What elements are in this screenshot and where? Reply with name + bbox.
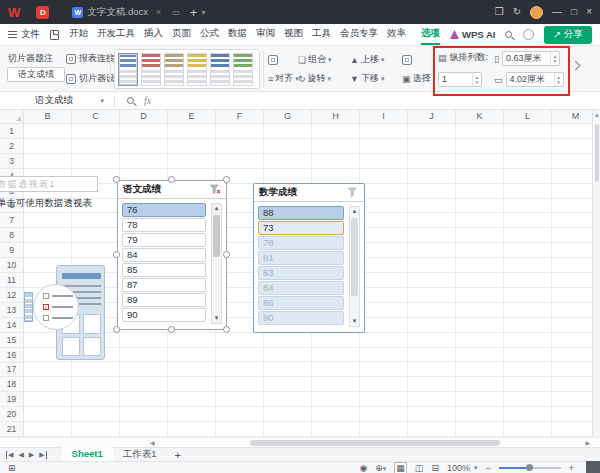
locate-icon[interactable]: ⊕▾ [375,463,386,473]
button-height-stepper[interactable]: 0.63厘米 ▴▾ [502,51,560,66]
row-header[interactable]: 18 [0,377,23,392]
user-avatar[interactable] [530,6,543,19]
macro-record-icon[interactable]: ⊞ [8,463,16,473]
slicer-item[interactable]: 86 [258,296,344,310]
stepper-arrows-icon[interactable]: ▴▾ [472,73,481,86]
gallery-more-icon[interactable]: · [256,66,259,75]
eye-protection-icon[interactable]: ◉ [359,463,367,473]
slicer-style-thumbnail[interactable] [141,53,161,86]
view-page-layout-icon[interactable]: ◫ [415,463,424,473]
slicer-item[interactable]: 78 [122,218,206,232]
ribbon-tab[interactable]: 开发工具 [97,24,135,45]
slicer-item[interactable]: 88 [258,206,344,220]
row-header[interactable]: 21 [0,422,23,437]
ribbon-tab[interactable]: 页面 [172,24,191,45]
column-header[interactable]: J [408,110,456,123]
column-header[interactable]: G [264,110,312,123]
column-header[interactable]: B [24,110,72,123]
row-header[interactable]: 13 [0,303,23,318]
column-header[interactable]: H [312,110,360,123]
row-header[interactable]: 14 [0,318,23,333]
ribbon-tab[interactable]: 插入 [144,24,163,45]
scroll-up-icon[interactable]: ▲ [214,204,220,213]
scroll-right-icon[interactable]: ▶ [585,439,590,446]
scrollbar-thumb[interactable] [351,218,358,296]
resize-handle[interactable] [223,251,230,258]
ribbon-tab[interactable]: 选项 [421,24,440,45]
sheet-tab[interactable]: Sheet1 [62,447,113,462]
slicer-scrollbar[interactable]: ▲ ▼ [349,206,360,327]
slicer-style-thumbnail[interactable] [233,53,253,86]
button-width-stepper[interactable]: 4.02厘米 ▴▾ [506,72,564,87]
slicer-item[interactable]: 84 [122,248,206,262]
slicer-style-thumbnail[interactable] [187,53,207,86]
column-header[interactable]: E [168,110,216,123]
column-header[interactable]: K [456,110,504,123]
tab-list-chevron-icon[interactable]: ▾ [201,8,205,17]
new-tab-button[interactable]: + [190,5,198,20]
slicer-item[interactable]: 78 [258,236,344,250]
slicer-scrollbar[interactable]: ▲ ▼ [211,203,222,324]
rotate-button[interactable]: ↻旋转▾ [298,72,350,85]
filter-icon[interactable] [348,187,359,198]
name-box[interactable]: 语文成绩▾ [0,94,108,107]
close-button[interactable]: × [586,7,592,17]
slicer-caption-input[interactable]: 语文成绩 [7,67,65,82]
ribbon-tab[interactable]: 审阅 [256,24,275,45]
row-header[interactable]: 20 [0,407,23,422]
prev-sheet-icon[interactable]: ◀ [18,451,23,459]
scroll-left-icon[interactable]: ◀ [150,439,155,446]
add-sheet-button[interactable]: + [175,449,181,461]
slicer-item[interactable]: 81 [258,251,344,265]
slicer-item[interactable]: 90 [122,308,206,322]
slicer-item[interactable]: 76 [122,203,206,217]
slicer-item[interactable]: 79 [122,233,206,247]
zoom-slider-knob[interactable] [526,464,533,471]
report-connection-button[interactable]: 报表连接 [66,52,115,65]
row-header[interactable]: 1 [0,124,23,139]
ribbon-tab[interactable]: 数据 [228,24,247,45]
wps-ai-button[interactable]: WPS AI [450,29,495,40]
share-button[interactable]: ↗分享 [544,26,592,44]
zoom-slider[interactable] [499,467,561,469]
select-all-corner[interactable] [0,110,24,123]
move-up-button[interactable]: ▲上移▾ [350,53,402,66]
columns-count-stepper[interactable]: 1 ▴▾ [438,72,482,87]
zoom-in-button[interactable]: + [569,463,574,473]
row-header[interactable]: 9 [0,243,23,258]
row-header[interactable]: 8 [0,228,23,243]
resize-handle[interactable] [223,176,230,183]
slicer-item[interactable]: 90 [258,311,344,325]
presence-icon[interactable] [523,29,534,40]
column-header[interactable]: I [360,110,408,123]
column-header[interactable]: F [216,110,264,123]
ribbon-tab[interactable]: 开始 [69,24,88,45]
slicer-item[interactable]: 84 [258,281,344,295]
fx-icon[interactable]: fx [144,95,151,106]
horizontal-scrollbar[interactable]: ◀ ▶ [0,437,600,447]
row-header[interactable]: 7 [0,213,23,228]
ribbon-tab[interactable]: 会员专享 [340,24,378,45]
row-header[interactable]: 3 [0,154,23,169]
slicer-style-thumbnail[interactable] [164,53,184,86]
slicer-item[interactable]: 89 [122,293,206,307]
slicer-chinese-scores[interactable]: 语文成绩 7678798485878990 ▲ ▼ [117,180,227,330]
stepper-arrows-icon[interactable]: ▴▾ [554,73,563,86]
minimize-button[interactable]: — [552,7,562,17]
ribbon-tab[interactable]: 视图 [284,24,303,45]
resize-handle[interactable] [113,326,120,333]
slicer-style-thumbnail[interactable] [118,53,138,86]
file-menu[interactable]: 文件 [8,28,40,41]
first-sheet-icon[interactable]: ◀ [6,451,13,459]
sheet-tab[interactable]: 工作表1 [113,447,167,462]
row-header[interactable]: 11 [0,273,23,288]
ribbon-more-chevron-icon[interactable] [571,61,581,71]
resize-handle[interactable] [113,176,120,183]
group-button[interactable]: ❏组合▾ [298,53,350,66]
sync-icon[interactable]: ↻ [513,7,521,17]
scrollbar-thumb[interactable] [250,440,500,446]
row-header[interactable]: 16 [0,348,23,363]
slicer-item[interactable]: 83 [258,266,344,280]
maximize-button[interactable]: □ [571,7,577,17]
last-sheet-icon[interactable]: ▶ [39,451,46,459]
